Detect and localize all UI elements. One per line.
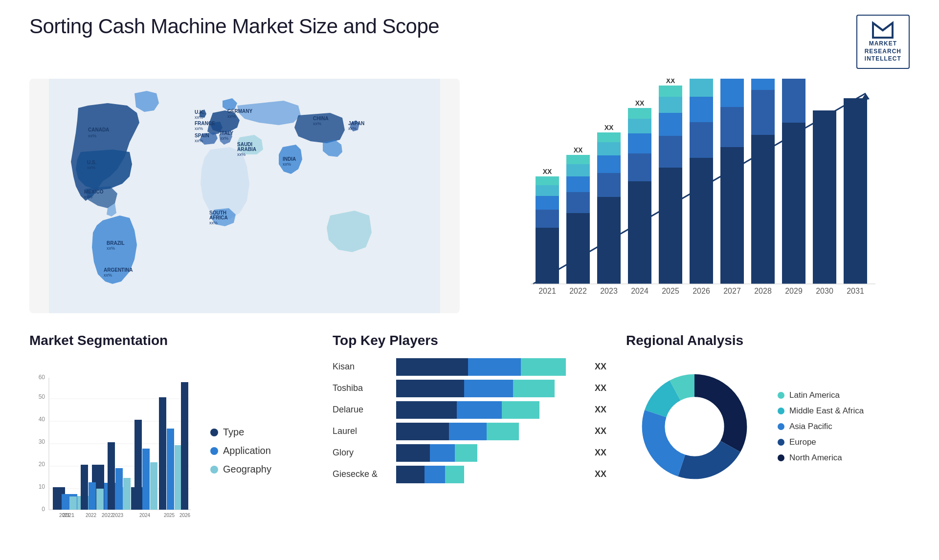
player-value-delarue: XX bbox=[595, 405, 606, 415]
canada-label: CANADA bbox=[88, 127, 109, 132]
segmentation-title: Market Segmentation bbox=[29, 333, 313, 348]
svg-text:2026: 2026 bbox=[179, 513, 191, 518]
player-value-kisan: XX bbox=[595, 362, 606, 372]
header: Sorting Cash Machine Market Size and Sco… bbox=[29, 15, 910, 69]
svg-rect-25 bbox=[536, 176, 559, 185]
svg-rect-28 bbox=[566, 192, 590, 213]
svg-text:xx%: xx% bbox=[195, 126, 203, 131]
svg-rect-106 bbox=[54, 487, 61, 510]
brazil-label: BRAZIL bbox=[107, 240, 125, 246]
legend-type: Type bbox=[210, 427, 271, 438]
player-name-kisan: Kisan bbox=[333, 362, 391, 372]
svg-text:xx%: xx% bbox=[220, 136, 228, 141]
svg-rect-54 bbox=[690, 79, 713, 97]
segmentation-section: Market Segmentation 0 10 20 30 40 50 60 bbox=[29, 333, 313, 560]
svg-rect-123 bbox=[167, 429, 174, 510]
uk-label: U.K. bbox=[195, 109, 204, 115]
player-bar-laurel bbox=[396, 423, 585, 440]
svg-text:2022: 2022 bbox=[86, 513, 97, 518]
svg-text:xx%: xx% bbox=[227, 114, 236, 119]
svg-rect-60 bbox=[751, 90, 775, 135]
mexico-label: MEXICO bbox=[84, 189, 104, 194]
bar-chart-section: XX XX XX XX bbox=[479, 79, 910, 313]
mea-label: Middle East & Africa bbox=[789, 406, 864, 416]
svg-rect-107 bbox=[62, 494, 69, 510]
svg-rect-57 bbox=[720, 107, 744, 147]
svg-text:xx%: xx% bbox=[87, 165, 95, 170]
svg-text:2025: 2025 bbox=[164, 513, 175, 518]
legend-application: Application bbox=[210, 445, 271, 456]
svg-rect-52 bbox=[690, 122, 713, 158]
svg-rect-34 bbox=[597, 173, 621, 197]
world-map-svg: CANADA xx% U.S. xx% MEXICO xx% BRAZIL xx… bbox=[29, 79, 460, 313]
key-players-section: Top Key Players Kisan XX Toshiba bbox=[333, 333, 606, 560]
svg-text:xx%: xx% bbox=[237, 152, 246, 157]
svg-rect-47 bbox=[659, 113, 682, 136]
svg-rect-111 bbox=[89, 482, 96, 510]
player-bar-kisan bbox=[396, 358, 585, 376]
svg-rect-22 bbox=[536, 210, 559, 228]
svg-rect-24 bbox=[536, 185, 559, 196]
svg-text:xx%: xx% bbox=[104, 273, 112, 278]
player-name-giesecke: Giesecke & bbox=[333, 469, 391, 479]
europe-label: Europe bbox=[789, 437, 816, 447]
svg-text:XX: XX bbox=[666, 79, 675, 85]
player-name-delarue: Delarue bbox=[333, 405, 391, 415]
germany-label: GERMANY bbox=[227, 108, 252, 114]
player-row-giesecke: Giesecke & XX bbox=[333, 466, 606, 483]
svg-text:AFRICA: AFRICA bbox=[209, 215, 228, 220]
legend-mea: Middle East & Africa bbox=[778, 406, 864, 416]
svg-rect-64 bbox=[813, 110, 836, 284]
logo-icon bbox=[871, 21, 895, 40]
svg-rect-120 bbox=[150, 462, 157, 510]
player-value-toshiba: XX bbox=[595, 383, 606, 393]
legend-latin-america: Latin America bbox=[778, 390, 864, 400]
svg-rect-40 bbox=[628, 153, 651, 181]
svg-text:2024: 2024 bbox=[139, 513, 151, 518]
svg-rect-48 bbox=[659, 97, 682, 113]
player-value-laurel: XX bbox=[595, 426, 606, 436]
type-dot bbox=[210, 429, 218, 436]
svg-text:30: 30 bbox=[39, 438, 45, 445]
svg-text:ARABIA: ARABIA bbox=[237, 147, 256, 152]
svg-text:2027: 2027 bbox=[723, 287, 741, 295]
legend-north-america: North America bbox=[778, 453, 864, 463]
page-title: Sorting Cash Machine Market Size and Sco… bbox=[29, 15, 439, 38]
seg-chart-svg: 0 10 20 30 40 50 60 bbox=[29, 373, 196, 529]
svg-text:2023: 2023 bbox=[112, 513, 124, 518]
svg-text:2030: 2030 bbox=[816, 287, 833, 295]
svg-rect-35 bbox=[597, 155, 621, 173]
map-section: CANADA xx% U.S. xx% MEXICO xx% BRAZIL xx… bbox=[29, 79, 460, 313]
svg-rect-42 bbox=[628, 119, 651, 133]
italy-label: ITALY bbox=[220, 130, 234, 136]
svg-rect-59 bbox=[751, 135, 775, 284]
france-label: FRANCE bbox=[195, 121, 215, 126]
application-dot bbox=[210, 447, 218, 455]
player-bar-delarue bbox=[396, 401, 585, 419]
svg-text:50: 50 bbox=[39, 393, 45, 400]
svg-rect-56 bbox=[720, 147, 744, 284]
svg-text:2024: 2024 bbox=[631, 287, 648, 295]
svg-rect-108 bbox=[69, 496, 77, 510]
svg-text:XX: XX bbox=[543, 168, 552, 175]
player-bar-giesecke bbox=[396, 466, 585, 483]
top-section: CANADA xx% U.S. xx% MEXICO xx% BRAZIL xx… bbox=[29, 79, 910, 313]
svg-text:60: 60 bbox=[39, 374, 45, 381]
svg-text:xx%: xx% bbox=[313, 121, 321, 126]
svg-text:xx%: xx% bbox=[88, 133, 96, 138]
legend-geography: Geography bbox=[210, 464, 271, 475]
regional-legend: Latin America Middle East & Africa Asia … bbox=[778, 390, 864, 463]
svg-text:XX: XX bbox=[574, 146, 583, 154]
bottom-section: Market Segmentation 0 10 20 30 40 50 60 bbox=[29, 333, 910, 560]
legend-asia-pacific: Asia Pacific bbox=[778, 422, 864, 431]
players-list: Kisan XX Toshiba XX bbox=[333, 358, 606, 483]
svg-text:xx%: xx% bbox=[283, 162, 291, 167]
key-players-title: Top Key Players bbox=[333, 333, 606, 348]
logo: MARKET RESEARCH INTELLECT bbox=[856, 15, 910, 69]
svg-rect-41 bbox=[628, 133, 651, 153]
svg-text:xx%: xx% bbox=[348, 126, 357, 131]
svg-rect-37 bbox=[597, 132, 621, 142]
svg-text:2021: 2021 bbox=[59, 513, 70, 518]
svg-text:xx%: xx% bbox=[195, 138, 203, 143]
svg-rect-63 bbox=[782, 79, 805, 123]
